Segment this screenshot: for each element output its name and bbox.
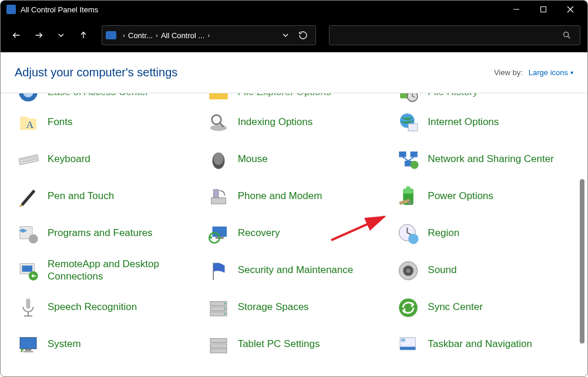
item-label: System <box>48 338 81 350</box>
recent-dropdown[interactable] <box>52 26 70 44</box>
item-file-history[interactable]: File History <box>392 93 576 104</box>
refresh-button[interactable] <box>294 26 312 44</box>
fonts-icon: A <box>16 110 41 135</box>
sync-icon <box>396 295 421 320</box>
breadcrumb-root[interactable]: Contr... <box>128 31 153 40</box>
item-label: Pen and Touch <box>48 190 114 202</box>
storage-icon <box>206 295 231 320</box>
viewby-label: View by: <box>494 68 523 77</box>
item-label: Sync Center <box>428 301 483 313</box>
scrollbar-thumb[interactable] <box>580 179 584 344</box>
item-mouse[interactable]: Mouse <box>203 141 386 178</box>
svg-rect-35 <box>406 186 411 189</box>
item-label: Sound <box>428 264 456 276</box>
item-security-maintenance[interactable]: Security and Maintenance <box>203 252 386 289</box>
svg-rect-65 <box>25 349 32 351</box>
item-label: File Explorer Options <box>238 93 331 98</box>
item-recovery[interactable]: Recovery <box>203 215 386 252</box>
svg-line-28 <box>403 157 409 160</box>
globe-icon <box>396 110 421 135</box>
item-phone-modem[interactable]: Phone and Modem <box>203 178 386 215</box>
item-label: Region <box>428 227 459 239</box>
svg-rect-67 <box>210 338 227 342</box>
search-input[interactable] <box>329 25 580 45</box>
power-icon <box>396 184 421 209</box>
item-internet-options[interactable]: Internet Options <box>392 104 576 141</box>
svg-point-46 <box>408 234 419 244</box>
maximize-button[interactable] <box>530 1 557 18</box>
ease-of-access-icon <box>16 93 41 105</box>
item-sync-center[interactable]: Sync Center <box>392 289 576 326</box>
item-label: Recovery <box>238 227 280 239</box>
svg-point-39 <box>29 234 38 243</box>
tablet-icon <box>206 332 231 357</box>
svg-point-53 <box>406 268 411 272</box>
svg-rect-48 <box>22 265 33 272</box>
svg-rect-36 <box>408 201 411 203</box>
viewby-dropdown[interactable]: Large icons <box>529 68 573 77</box>
svg-point-61 <box>224 308 226 309</box>
item-speech-recognition[interactable]: Speech Recognition <box>12 289 196 326</box>
address-dropdown[interactable] <box>277 26 294 44</box>
item-region[interactable]: Region <box>392 215 576 252</box>
item-system[interactable]: System <box>12 326 196 363</box>
item-remoteapp[interactable]: RemoteApp and Desktop Connections <box>12 252 196 289</box>
forward-button[interactable] <box>30 26 48 44</box>
minimize-button[interactable] <box>503 1 530 18</box>
svg-point-63 <box>399 298 418 317</box>
item-label: Ease of Access Center <box>48 93 149 98</box>
svg-rect-71 <box>400 346 415 349</box>
item-label: Internet Options <box>428 116 499 128</box>
item-fonts[interactable]: A Fonts <box>12 104 196 141</box>
breadcrumb-current[interactable]: All Control ... <box>161 31 204 40</box>
mouse-icon <box>206 147 231 172</box>
svg-rect-1 <box>541 7 546 12</box>
speaker-icon <box>396 258 421 283</box>
svg-rect-54 <box>26 298 31 309</box>
item-label: RemoteApp and Desktop Connections <box>48 258 194 282</box>
item-network-sharing[interactable]: Network and Sharing Center <box>392 141 576 178</box>
svg-point-24 <box>213 152 224 164</box>
svg-rect-25 <box>399 152 406 157</box>
svg-rect-66 <box>23 351 33 352</box>
svg-rect-69 <box>210 349 227 353</box>
svg-point-30 <box>411 160 419 169</box>
item-label: Tablet PC Settings <box>238 338 320 350</box>
item-file-explorer-options[interactable]: File Explorer Options <box>203 93 386 104</box>
svg-text:A: A <box>26 118 34 130</box>
svg-rect-72 <box>401 338 405 341</box>
svg-rect-26 <box>411 152 418 157</box>
up-button[interactable] <box>75 26 92 44</box>
back-button[interactable] <box>8 26 25 44</box>
item-indexing-options[interactable]: Indexing Options <box>203 104 386 141</box>
page-header: Adjust your computer's settings View by:… <box>1 52 587 93</box>
chevron-right-icon[interactable]: › <box>153 32 161 39</box>
svg-rect-37 <box>408 203 411 204</box>
chevron-right-icon[interactable]: › <box>204 32 213 39</box>
close-button[interactable] <box>557 1 584 18</box>
content-area: Ease of Access Center File Explorer Opti… <box>1 93 587 377</box>
item-ease-of-access[interactable]: Ease of Access Center <box>12 93 196 104</box>
svg-rect-68 <box>210 344 227 348</box>
microphone-icon <box>16 295 41 320</box>
item-taskbar-navigation[interactable]: Taskbar and Navigation <box>392 326 576 363</box>
page-title: Adjust your computer's settings <box>15 66 494 79</box>
scrollbar[interactable] <box>576 103 586 373</box>
item-programs-features[interactable]: Programs and Features <box>12 215 196 252</box>
item-pen-touch[interactable]: Pen and Touch <box>12 178 196 215</box>
svg-point-62 <box>224 313 226 315</box>
item-storage-spaces[interactable]: Storage Spaces <box>203 289 386 326</box>
recovery-icon <box>206 221 231 246</box>
item-label: File History <box>428 93 478 98</box>
item-sound[interactable]: Sound <box>392 252 576 289</box>
item-label: Mouse <box>238 153 268 165</box>
item-label: Keyboard <box>48 153 90 165</box>
item-power-options[interactable]: Power Options <box>392 178 576 215</box>
item-tablet-pc[interactable]: Tablet PC Settings <box>203 326 386 363</box>
svg-point-16 <box>210 124 227 131</box>
item-keyboard[interactable]: Keyboard <box>12 141 196 178</box>
svg-point-60 <box>224 302 226 304</box>
address-bar[interactable]: › Contr... › All Control ... › <box>102 25 316 45</box>
pen-icon <box>16 184 41 209</box>
chevron-right-icon[interactable]: › <box>120 32 128 39</box>
